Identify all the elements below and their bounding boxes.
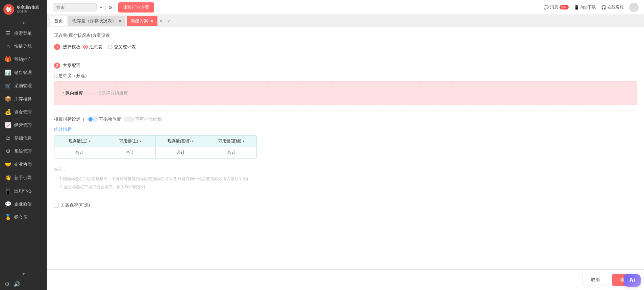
tab-new-plan[interactable]: 新建方案 ✕	[127, 16, 157, 26]
tab-new-plan-close-icon[interactable]: ✕	[150, 19, 153, 23]
section2-header: 2 方案配置	[54, 63, 637, 69]
sidebar-item-inventory[interactable]: 📦 库存核算	[0, 92, 47, 105]
required-mark: *	[63, 91, 64, 96]
sidebar-item-operation[interactable]: 📈 经营管理	[0, 119, 47, 132]
sidebar-item-basic-info[interactable]: 🗂 基础信息	[0, 132, 47, 145]
company-icon: 🤝	[5, 161, 11, 168]
tab-inventory-status[interactable]: 现存量（库存状况表） ✕	[68, 16, 125, 26]
tab-home[interactable]: 首页	[50, 16, 67, 26]
save-option-label: 方案保存(可选)	[61, 202, 90, 208]
avatar[interactable]	[629, 3, 639, 12]
sidebar-item-label: 基础信息	[14, 135, 32, 141]
dimension-text: 纵向维度	[66, 90, 83, 96]
gear-button[interactable]: ⚙	[105, 3, 115, 12]
top-bar-right: 💬 消息 99+ 📱 App下载 🎧 在线客服	[544, 3, 639, 12]
app-download-button[interactable]: 📱 App下载	[574, 4, 596, 10]
stats-table-header: 现存量(主) ▾ 可用量(主) ▾ 现存量(基辅) ▾ 可用量(基辅)	[54, 136, 256, 147]
radio-summary-label: 汇总表	[89, 44, 102, 50]
operation-icon: 📈	[5, 122, 11, 128]
indicator-settings-label: 模板指标设定（	[54, 116, 85, 122]
stat-col-2-dropdown-icon[interactable]: ▾	[140, 139, 141, 143]
sidebar-item-finance[interactable]: 💰 资金管理	[0, 105, 47, 119]
radio-summary[interactable]: 汇总表	[83, 44, 102, 50]
sidebar-item-label: 系统管理	[14, 148, 32, 154]
stat-col-4-dropdown-icon[interactable]: ▾	[243, 139, 244, 143]
close-window-icon[interactable]: ✕	[159, 18, 163, 24]
sidebar-item-company[interactable]: 🤝 企业协同	[0, 158, 47, 171]
sidebar-item-label: 经营管理	[14, 122, 32, 128]
tips-area: 提示： 1.拖动标题栏可以调整布局，不可跨维度或指标区域拖动栏目字段(只能在同一…	[54, 165, 637, 191]
sidebar-item-label: 采购管理	[14, 83, 32, 89]
online-service-icon: 🎧	[601, 5, 606, 10]
tab-inventory-status-close-icon[interactable]: ✕	[118, 19, 121, 23]
sidebar-item-label: 营销推广	[14, 56, 32, 63]
section2-title: 方案配置	[63, 63, 80, 69]
stat-cell-2: 合计	[105, 147, 156, 158]
toggle-box-draggable	[88, 117, 98, 122]
top-bar: ▾ ⚙ 体验行业方案 💬 消息 99+ 📱 App下载 🎧 在线客服	[47, 0, 644, 15]
app-version: 标准版	[17, 9, 39, 14]
app-logo: 畅 畅康通好生意 标准版	[0, 0, 47, 19]
sidebar-item-label: 企业微信	[14, 201, 32, 207]
stat-col-1-label: 现存量(主)	[69, 138, 88, 144]
stats-table-body: 合计 合计 合计 合计	[54, 147, 256, 158]
stat-col-1[interactable]: 现存量(主) ▾	[54, 136, 105, 147]
sidebar-item-label: 畅会员	[14, 214, 27, 220]
stat-cell-3: 合计	[156, 147, 206, 158]
system-icon: ⚙	[5, 148, 11, 154]
tab-new-plan-label: 新建方案	[131, 18, 148, 24]
cancel-button[interactable]: 取消	[583, 274, 608, 286]
ai-fab-button[interactable]: Ai	[624, 274, 641, 287]
sidebar-item-member[interactable]: 🏅 畅会员	[0, 211, 47, 224]
section2-number: 2	[54, 63, 60, 69]
sidebar-item-label: 企业协同	[14, 162, 32, 168]
stat-col-3[interactable]: 现存量(基辅) ▾	[156, 136, 206, 147]
sidebar-item-system[interactable]: ⚙ 系统管理	[0, 145, 47, 158]
section1-title: 选择模板	[63, 44, 80, 50]
toggle-thumb-draggable	[89, 117, 93, 121]
stat-col-2[interactable]: 可用量(主) ▾	[105, 136, 156, 147]
expand-icon[interactable]: ⤢	[167, 18, 171, 24]
sidebar-scroll-down[interactable]: ▼	[0, 270, 47, 278]
sidebar-item-sales[interactable]: 📊 销售管理	[0, 66, 47, 79]
quick-nav-icon: ⌂	[5, 43, 11, 49]
sidebar-item-purchase[interactable]: 🛒 采购管理	[0, 79, 47, 92]
sidebar-item-marketing[interactable]: 🎁 营销推广	[0, 53, 47, 66]
dropdown-arrow-icon[interactable]: ▾	[100, 5, 102, 10]
sidebar-item-search-menu[interactable]: ☰ 搜索菜单	[0, 27, 47, 40]
stat-col-4-label: 可用量(基辅)	[218, 138, 241, 144]
stat-col-1-dropdown-icon[interactable]: ▾	[89, 139, 91, 143]
dimension-box[interactable]: * 纵向维度 —— 请选择分组维度	[54, 81, 637, 105]
sidebar-scroll-up[interactable]: ▲	[0, 19, 47, 27]
online-service-button[interactable]: 🎧 在线客服	[601, 4, 624, 10]
app-name: 畅康通好生意	[17, 5, 39, 9]
section1-header: 1 选择模板 汇总表 交叉统计表	[54, 44, 637, 50]
section1-number: 1	[54, 44, 60, 50]
sidebar-item-wechat[interactable]: 💬 企业微信	[0, 197, 47, 211]
sidebar-item-app-center[interactable]: 📱 应用中心	[0, 184, 47, 197]
messages-button[interactable]: 💬 消息 99+	[544, 4, 569, 10]
search-menu-icon: ☰	[5, 30, 11, 37]
help-icon[interactable]: 🔊	[14, 281, 20, 287]
not-draggable-label: 不可拖动位置）	[135, 116, 166, 122]
indicator-settings: 模板指标设定（ 可拖动位置 不可拖动位置）	[54, 116, 637, 122]
sales-icon: 📊	[5, 69, 11, 76]
sidebar-item-newbie[interactable]: 👋 新手引导	[0, 171, 47, 184]
stat-col-4[interactable]: 可用量(基辅) ▾	[206, 136, 256, 147]
settings-icon[interactable]: ⚙	[5, 281, 9, 287]
sidebar-item-quick-nav[interactable]: ⌂ 快捷导航	[0, 40, 47, 53]
section-divider-1	[54, 57, 637, 57]
tab-inventory-status-label: 现存量（库存状况表）	[72, 18, 116, 24]
radio-cross[interactable]: 交叉统计表	[108, 44, 136, 50]
sidebar-bottom: ⚙ 🔊	[0, 278, 47, 290]
search-input[interactable]	[53, 3, 97, 11]
section-divider-2	[54, 111, 637, 111]
save-checkbox[interactable]	[54, 203, 59, 208]
tab-bar: 首页 现存量（库存状况表） ✕ 新建方案 ✕ ✕ ⤢	[47, 15, 644, 27]
stat-col-3-dropdown-icon[interactable]: ▾	[192, 139, 194, 143]
toggle-draggable[interactable]: 可拖动位置	[88, 116, 121, 122]
page-title: 现存量(库存状况表)方案设置	[54, 32, 637, 39]
sidebar-item-label: 快捷导航	[14, 43, 32, 49]
footer-bar: 取消 查询	[47, 269, 644, 290]
trial-button[interactable]: 体验行业方案	[118, 2, 154, 13]
